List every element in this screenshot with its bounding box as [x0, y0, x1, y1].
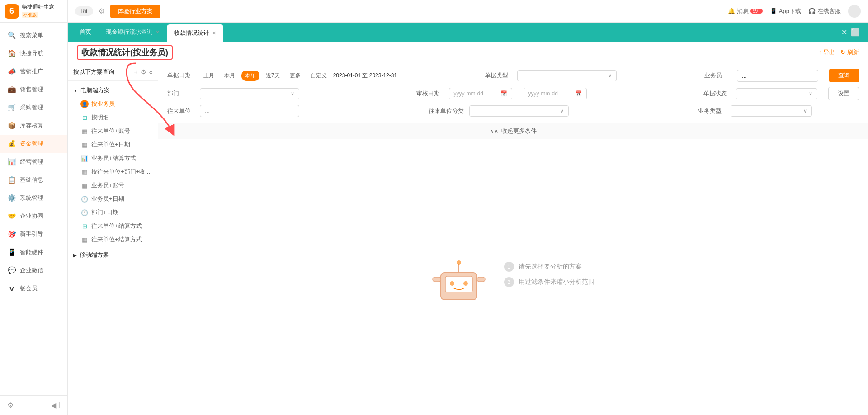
scheme-item-dept-date[interactable]: 🕐 部门+日期: [68, 206, 158, 219]
calendar-from-icon: 📅: [500, 90, 507, 97]
basic-icon: 📋: [7, 175, 16, 184]
date-btn-more[interactable]: 更多: [286, 71, 304, 81]
audit-date-from-input[interactable]: yyyy-mm-dd 📅: [449, 88, 512, 99]
counterpart-select[interactable]: ...: [200, 105, 299, 117]
scheme-settings-icon[interactable]: ⚙: [141, 68, 146, 75]
tab-receipt[interactable]: 收款情况统计 ✕: [167, 24, 223, 42]
filter-row-2: 部门 ∨ 审核日期 yyyy-mm-dd 📅 —: [167, 87, 859, 100]
expand-arrow-icon: ▼: [73, 88, 78, 93]
date-btn-last-month[interactable]: 上月: [200, 71, 218, 81]
scheme-item-salesman-settle[interactable]: 📊 业务员+结算方式: [68, 151, 158, 165]
messages-area[interactable]: 🔔 消息 99+: [728, 7, 763, 15]
salesman-select[interactable]: ...: [737, 70, 818, 82]
scheme-group-desktop-header[interactable]: ▼ 电脑端方案: [68, 84, 158, 97]
trial-btn[interactable]: 体验行业方案: [110, 5, 160, 18]
sidebar-item-system[interactable]: ⚙️ 系统管理: [0, 189, 67, 207]
sidebar-item-hardware[interactable]: 📱 智能硬件: [0, 243, 67, 261]
counterpart-type-select[interactable]: ∨: [469, 105, 569, 117]
scheme-item-unit-date[interactable]: ▦ 往来单位+日期: [68, 138, 158, 151]
doc-type-select[interactable]: ∨: [517, 70, 617, 81]
scheme-item-detail[interactable]: ⊞ 按明细: [68, 111, 158, 124]
sidebar-item-search[interactable]: 🔍 搜索菜单: [0, 26, 67, 44]
scheme-item-salesman-account[interactable]: ▦ 业务员+账号: [68, 179, 158, 192]
svg-point-2: [450, 281, 454, 286]
purchase-icon: 🛒: [7, 103, 16, 112]
scheme-item-unit-dept[interactable]: ▦ 按往来单位+部门+收...: [68, 165, 158, 179]
sidebar-item-finance[interactable]: 💰 资金管理: [0, 135, 67, 153]
date-btn-this-year[interactable]: 本年: [241, 71, 259, 81]
tab-receipt-close[interactable]: ✕: [212, 30, 216, 36]
sidebar-item-marketing[interactable]: 📣 营销推广: [0, 62, 67, 80]
sidebar-item-member[interactable]: V 畅会员: [0, 279, 67, 297]
set-btn[interactable]: 设置: [828, 87, 859, 100]
tab-bank[interactable]: 现金银行流水查询 ✕: [99, 23, 167, 42]
export-btn[interactable]: ↑ 导出: [819, 48, 835, 57]
sidebar-item-corp[interactable]: 🤝 企业协同: [0, 207, 67, 225]
scheme-item-salesman[interactable]: 👤 按业务员: [68, 97, 158, 111]
scheme-item-salesman-date[interactable]: 🕐 业务员+日期: [68, 192, 158, 206]
topbar-gear-icon[interactable]: ⚙: [99, 7, 105, 15]
marketing-icon: 📣: [7, 67, 16, 76]
topbar-right: 🔔 消息 99+ 📱 App下载 🎧 在线客服: [728, 5, 861, 18]
tab-home[interactable]: 首页: [72, 23, 99, 42]
active-indicator: 👤: [80, 100, 89, 108]
biz-type-arrow-icon: ∨: [803, 108, 807, 114]
scheme-item-unit-settle1[interactable]: ⊞ 往来单位+结算方式: [68, 219, 158, 233]
empty-step-2: 2 用过滤条件来缩小分析范围: [504, 277, 594, 287]
scheme-group-mobile: ▶ 移动端方案: [68, 248, 158, 262]
audit-date-label: 审核日期: [416, 90, 443, 98]
date-range-display: 2023-01-01 至 2023-12-31: [333, 72, 397, 80]
settings-icon[interactable]: ⚙: [7, 401, 14, 410]
sidebar-item-quicknav[interactable]: 🏠 快捷导航: [0, 44, 67, 62]
scheme-list: ▼ 电脑端方案 👤 按业务员 ⊞ 按明细 ▦ 往来单位+账号: [68, 81, 158, 415]
refresh-btn[interactable]: ↻ 刷新: [840, 48, 859, 57]
bell-icon: 🔔: [728, 8, 735, 14]
date-to-placeholder: yyyy-mm-dd: [528, 90, 558, 97]
query-btn[interactable]: 查询: [829, 69, 859, 82]
scheme-item-unit-settle2[interactable]: ▦ 往来单位+结算方式: [68, 233, 158, 246]
sidebar-item-purchase[interactable]: 🛒 采购管理: [0, 99, 67, 117]
topbar: Rit ⚙ 体验行业方案 🔔 消息 99+ 📱 App下载 🎧 在线客服: [68, 0, 868, 23]
panel-collapse-icon[interactable]: «: [149, 69, 152, 75]
collapse-bar[interactable]: ∧∧ 收起更多条件: [158, 123, 868, 139]
scheme-group-mobile-header[interactable]: ▶ 移动端方案: [68, 248, 158, 262]
sidebar-item-inventory[interactable]: 📦 库存核算: [0, 117, 67, 135]
group-label: 电脑端方案: [80, 86, 110, 94]
topbar-left: Rit ⚙ 体验行业方案: [75, 5, 160, 18]
doc-status-select[interactable]: ∨: [736, 88, 817, 99]
chart-icon: 📊: [80, 154, 89, 162]
sidebar-item-guide[interactable]: 🎯 新手引导: [0, 225, 67, 243]
sidebar-item-sales[interactable]: 💼 销售管理: [0, 80, 67, 99]
sidebar-item-operation[interactable]: 📊 经营管理: [0, 153, 67, 171]
counterpart-type-label: 往来单位分类: [429, 107, 464, 115]
sales-icon: 💼: [7, 85, 16, 94]
step-1-num: 1: [504, 262, 514, 272]
maximize-icon[interactable]: ⬜: [851, 28, 860, 37]
dept-select[interactable]: ∨: [200, 88, 299, 99]
scheme-item-unit-account[interactable]: ▦ 往来单位+账号: [68, 124, 158, 138]
biz-type-select[interactable]: ∨: [731, 105, 812, 117]
logo-icon: 6: [5, 4, 19, 19]
user-avatar[interactable]: [848, 5, 861, 18]
empty-state: 1 请先选择要分析的方案 2 用过滤条件来缩小分析范围: [158, 139, 868, 415]
online-service[interactable]: 🎧 在线客服: [808, 7, 841, 15]
svg-rect-6: [433, 277, 441, 282]
filter-row-1: 单据日期 上月 本月 本年 近7天 更多 自定义 2023-01-01 至 20…: [167, 69, 859, 82]
date-btn-7days[interactable]: 近7天: [262, 71, 283, 81]
tab-bank-close[interactable]: ✕: [156, 29, 160, 35]
home-icon: 🏠: [7, 49, 16, 58]
svg-point-5: [457, 260, 461, 265]
close-window-icon[interactable]: ✕: [841, 28, 847, 37]
app-download[interactable]: 📱 App下载: [770, 7, 801, 15]
date-btn-this-month[interactable]: 本月: [221, 71, 239, 81]
counterpart-type-arrow-icon: ∨: [560, 108, 564, 114]
audit-date-to-input[interactable]: yyyy-mm-dd 📅: [524, 88, 587, 99]
collapse-icon: ∧∧: [490, 128, 499, 135]
doc-type-label: 单据类型: [485, 71, 512, 80]
collapse-sidebar-icon[interactable]: ◀II: [51, 401, 60, 410]
date-btn-custom[interactable]: 自定义: [307, 71, 330, 81]
table2-icon: ▦: [80, 141, 89, 149]
sidebar-item-wechat[interactable]: 💬 企业微信: [0, 261, 67, 279]
add-scheme-icon[interactable]: +: [134, 68, 138, 75]
sidebar-item-basic[interactable]: 📋 基础信息: [0, 171, 67, 189]
